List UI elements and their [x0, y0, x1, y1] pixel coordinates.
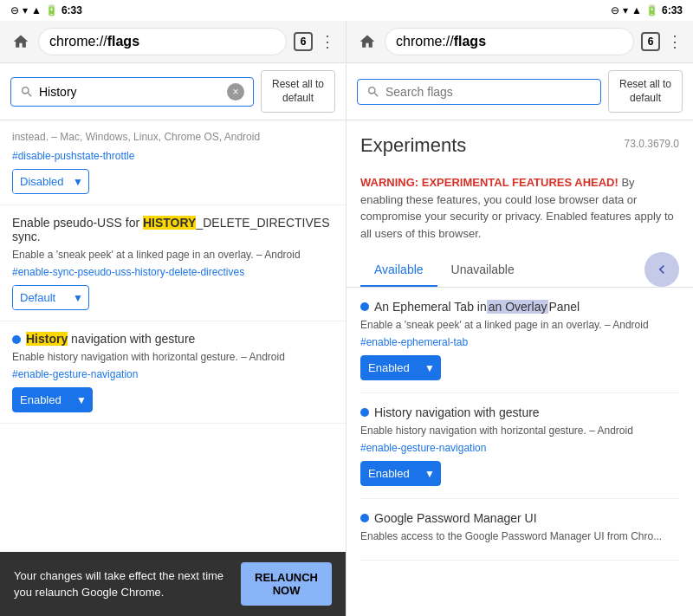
flag-select-enabled[interactable]: Enabled Default Disabled — [13, 388, 71, 412]
status-icon-minus-right: ⊖ — [611, 4, 619, 16]
left-address-bar-row: chrome://flags 6 ⋮ — [0, 21, 346, 63]
highlight-history-2: History — [26, 332, 68, 346]
flag-select-disabled-wrapper[interactable]: Disabled Default Enabled ▼ — [12, 169, 89, 194]
search-input[interactable]: History — [39, 85, 222, 99]
experiments-header: Experiments 73.0.3679.0 — [346, 120, 693, 164]
right-flag-select-ephemeral-wrapper[interactable]: Enabled Default Disabled ▼ — [360, 355, 441, 380]
right-address-bar-row: chrome://flags 6 ⋮ — [346, 21, 693, 63]
select-arrow-default-icon: ▼ — [68, 289, 88, 308]
right-content: An Ephemeral Tab in an Overlay Panel Ena… — [346, 288, 693, 616]
left-search-wrapper: History × — [10, 77, 254, 107]
warning-box: WARNING: EXPERIMENTAL FEATURES AHEAD! By… — [346, 164, 693, 252]
right-select-arrow-history-icon: ▼ — [419, 464, 440, 483]
flag-desc-uss-history: Enable a 'sneak peek' at a linked page i… — [12, 247, 334, 263]
right-flag-item-password-mgr: Google Password Manager UI Enables acces… — [360, 499, 679, 561]
flag-item-uss-history: Enable pseudo-USS for HISTORY_DELETE_DIR… — [0, 205, 346, 321]
right-flag-select-history-wrapper[interactable]: Enabled Default Disabled ▼ — [360, 461, 441, 486]
right-flag-item-history-nav: History navigation with gesture Enable h… — [360, 393, 679, 499]
time-left: 6:33 — [62, 4, 82, 16]
status-bar-right: ⊖ ▾ ▲ 🔋 6:33 — [611, 4, 683, 16]
right-tab-count[interactable]: 6 — [641, 32, 660, 51]
home-button[interactable] — [10, 31, 31, 52]
relaunch-button[interactable]: RELAUNCH NOW — [241, 562, 332, 606]
select-arrow-icon: ▼ — [68, 172, 88, 191]
panels: chrome://flags 6 ⋮ History × Reset all t… — [0, 21, 693, 616]
right-search-input[interactable] — [385, 85, 592, 99]
right-flag-desc-ephemeral: Enable a 'sneak peek' at a linked page i… — [360, 317, 679, 333]
right-flag-select-history[interactable]: Enabled Default Disabled — [361, 462, 419, 485]
clear-search-button[interactable]: × — [227, 83, 244, 101]
flag-item-gesture-nav: History navigation with gesture Enable h… — [0, 321, 346, 424]
flag-title-uss-history: Enable pseudo-USS for HISTORY_DELETE_DIR… — [12, 216, 334, 243]
flag-link-disable-pushstate[interactable]: #disable-pushstate-throttle — [12, 150, 334, 162]
right-flag-link-ephemeral[interactable]: #enable-ephemeral-tab — [360, 336, 679, 348]
right-flag-title-history-nav: History navigation with gesture — [360, 405, 679, 419]
right-select-arrow-ephemeral-icon: ▼ — [419, 359, 440, 378]
right-panel: chrome://flags 6 ⋮ Reset all to default … — [346, 21, 693, 616]
left-menu-button[interactable]: ⋮ — [320, 32, 335, 51]
right-search-icon — [366, 85, 380, 99]
wifi-icon-right: ▾ — [623, 4, 628, 16]
time-right: 6:33 — [662, 4, 683, 16]
warning-bold-text: WARNING: EXPERIMENTAL FEATURES AHEAD! — [360, 176, 619, 189]
flag-select-enabled-wrapper[interactable]: Enabled Default Disabled ▼ — [12, 387, 93, 412]
status-bar-left: ⊖ ▾ ▲ 🔋 6:33 — [10, 4, 82, 16]
tab-unavailable[interactable]: Unavailable — [437, 252, 528, 287]
right-menu-button[interactable]: ⋮ — [667, 32, 683, 51]
right-reset-button[interactable]: Reset all to default — [608, 70, 683, 113]
left-tab-count[interactable]: 6 — [294, 32, 313, 51]
right-url: chrome://flags — [396, 34, 486, 49]
wifi-icon: ▾ — [23, 4, 28, 16]
relaunch-message: Your changes will take effect the next t… — [14, 567, 241, 601]
experiments-title: Experiments — [360, 134, 466, 157]
flag-dot-gesture — [12, 335, 21, 344]
signal-icon-right: ▲ — [631, 4, 642, 16]
select-arrow-enabled-icon: ▼ — [71, 391, 92, 410]
flag-desc-gesture: Enable history navigation with horizonta… — [12, 349, 334, 365]
right-flag-item-ephemeral: An Ephemeral Tab in an Overlay Panel Ena… — [360, 288, 679, 393]
version-text: 73.0.3679.0 — [625, 134, 679, 150]
flag-select-disabled[interactable]: Disabled Default Enabled — [13, 170, 68, 193]
tabs-row: Available Unavailable — [346, 252, 693, 288]
left-search-bar-row: History × Reset all to default — [0, 63, 346, 120]
highlight-history: HISTORY — [143, 216, 196, 230]
left-url: chrome://flags — [49, 34, 139, 49]
flag-dot-password-mgr — [360, 514, 369, 522]
right-flag-desc-password-mgr: Enables access to the Google Password Ma… — [360, 528, 679, 544]
status-bar: ⊖ ▾ ▲ 🔋 6:33 ⊖ ▾ ▲ 🔋 6:33 — [0, 0, 693, 21]
flag-select-default[interactable]: Default Disabled Enabled — [13, 286, 68, 309]
left-address-bar[interactable]: chrome://flags — [38, 28, 287, 55]
right-address-bar[interactable]: chrome://flags — [385, 28, 634, 55]
right-flag-desc-history-nav: Enable history navigation with horizonta… — [360, 423, 679, 438]
bottom-bar: Your changes will take effect the next t… — [0, 552, 346, 616]
flag-item-disable-pushstate: instead. – Mac, Windows, Linux, Chrome O… — [0, 120, 346, 205]
flag-partial-desc: instead. – Mac, Windows, Linux, Chrome O… — [12, 131, 334, 143]
right-search-wrapper — [357, 79, 601, 105]
left-content-area: instead. – Mac, Windows, Linux, Chrome O… — [0, 120, 346, 552]
battery-icon: 🔋 — [45, 4, 58, 16]
tab-prev-button[interactable] — [644, 252, 679, 287]
signal-icon: ▲ — [31, 4, 42, 16]
flag-dot-ephemeral — [360, 302, 369, 311]
right-home-button[interactable] — [357, 31, 378, 52]
search-icon — [20, 85, 34, 99]
flag-title-gesture: History navigation with gesture — [12, 332, 334, 346]
tab-available[interactable]: Available — [360, 252, 437, 287]
right-flag-title-ephemeral: An Ephemeral Tab in an Overlay Panel — [360, 300, 679, 314]
right-flag-title-password-mgr: Google Password Manager UI — [360, 511, 679, 525]
reset-button[interactable]: Reset all to default — [261, 70, 335, 113]
flag-link-gesture[interactable]: #enable-gesture-navigation — [12, 368, 334, 380]
battery-icon-right: 🔋 — [645, 4, 658, 16]
status-icon-minus: ⊖ — [10, 4, 19, 16]
right-search-bar-row: Reset all to default — [346, 63, 693, 120]
flag-select-default-wrapper[interactable]: Default Disabled Enabled ▼ — [12, 285, 89, 310]
left-panel: chrome://flags 6 ⋮ History × Reset all t… — [0, 21, 346, 616]
flag-link-uss-history[interactable]: #enable-sync-pseudo-uss-history-delete-d… — [12, 266, 334, 278]
flag-dot-history-nav — [360, 408, 369, 417]
right-flag-link-history-nav[interactable]: #enable-gesture-navigation — [360, 442, 679, 454]
right-flag-select-ephemeral[interactable]: Enabled Default Disabled — [361, 356, 419, 379]
